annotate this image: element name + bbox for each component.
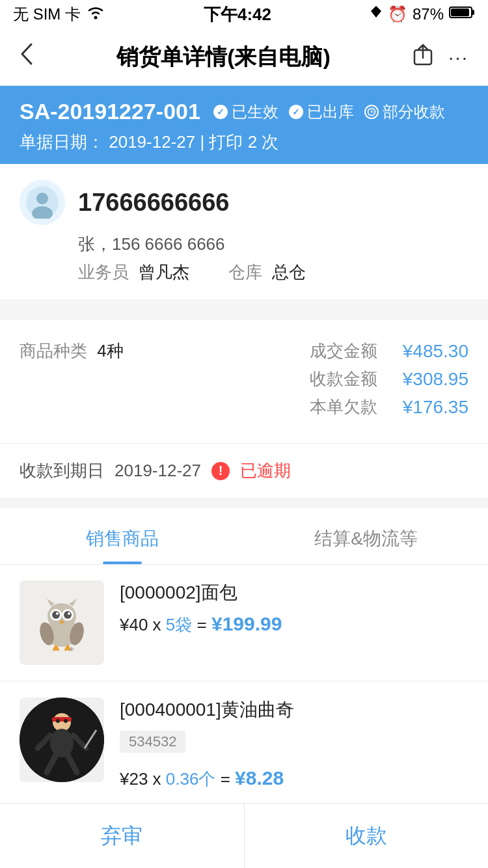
overdue-icon: !: [211, 462, 230, 480]
received-amount-row: 收款金额 ¥308.95: [310, 368, 468, 390]
customer-contact: 张，156 6666 6666: [78, 233, 468, 256]
summary-section: 商品种类 4种 成交金额 ¥485.30 收款金额 ¥308.95 本单欠款 ¥…: [0, 320, 488, 443]
product-image-2: [20, 698, 104, 782]
product-image-1: +: [20, 580, 104, 665]
battery-icon: [449, 5, 475, 23]
svg-point-0: [94, 16, 98, 20]
banner-top: SA-20191227-001 ✓ 已生效 ✓ 已出库 部分收款: [20, 99, 468, 124]
status-badges: ✓ 已生效 ✓ 已出库 部分收款: [213, 102, 445, 122]
customer-row: 17666666666: [20, 180, 468, 225]
owed-amount-row: 本单欠款 ¥176.35: [310, 396, 468, 418]
due-date: 2019-12-27: [115, 461, 201, 481]
product-sku: 534532: [120, 731, 185, 753]
svg-marker-11: [47, 599, 55, 606]
location-icon: [370, 5, 383, 24]
status-right: ⏰ 87%: [370, 5, 475, 24]
status-badge-shipped: ✓ 已出库: [289, 102, 354, 122]
svg-marker-12: [69, 599, 77, 606]
battery-text: 87%: [413, 5, 444, 23]
collect-payment-button[interactable]: 收款: [245, 804, 489, 868]
product-thumbnail-2: [20, 698, 104, 782]
svg-point-17: [56, 612, 59, 615]
tab-bar: 销售商品 结算&物流等: [0, 508, 488, 565]
separator-2: [0, 498, 488, 508]
more-icon[interactable]: ···: [448, 46, 468, 68]
product-name-2: [000400001]黄油曲奇: [120, 698, 468, 722]
product-list: + [0000002]面包 ¥40 x 5袋 = ¥199.99: [0, 565, 488, 806]
due-section: 收款到期日 2019-12-27 ! 已逾期: [0, 443, 488, 498]
due-label: 收款到期日: [20, 459, 104, 482]
clock-icon: [364, 105, 379, 119]
customer-section: 17666666666 张，156 6666 6666 业务员 曾凡杰 仓库 总…: [0, 164, 488, 299]
product-price-1: ¥40 x 5袋 = ¥199.99: [120, 613, 468, 636]
overdue-text: 已逾期: [240, 459, 291, 482]
product-price-2: ¥23 x 0.36个 = ¥8.28: [120, 767, 468, 791]
product-sku-row: 534532: [120, 730, 468, 761]
svg-point-15: [52, 611, 60, 619]
status-left: 无 SIM 卡: [13, 4, 105, 25]
svg-rect-3: [451, 8, 469, 16]
svg-point-18: [68, 612, 70, 615]
status-bar: 无 SIM 卡 下午4:42 ⏰ 87%: [0, 0, 488, 29]
customer-meta: 业务员 曾凡杰 仓库 总仓: [78, 261, 468, 284]
sim-status: 无 SIM 卡: [13, 4, 81, 25]
page-title: 销货单详情(来自电脑): [116, 42, 331, 72]
svg-point-7: [36, 193, 48, 204]
order-id: SA-20191227-001: [20, 99, 200, 124]
nav-icons: ···: [413, 44, 468, 70]
svg-rect-2: [472, 10, 474, 15]
status-badge-active: ✓ 已生效: [213, 102, 278, 122]
back-button[interactable]: [20, 42, 34, 72]
product-info-2: [000400001]黄油曲奇 534532 ¥23 x 0.36个 = ¥8.…: [120, 698, 468, 791]
alarm-icon: ⏰: [388, 5, 407, 23]
tab-sales-products[interactable]: 销售商品: [0, 508, 244, 564]
tab-settlement[interactable]: 结算&物流等: [244, 508, 488, 564]
summary-right: 成交金额 ¥485.30 收款金额 ¥308.95 本单欠款 ¥176.35: [310, 340, 468, 424]
check-icon-2: ✓: [289, 105, 303, 119]
list-item: [000400001]黄油曲奇 534532 ¥23 x 0.36个 = ¥8.…: [0, 682, 488, 806]
warehouse-info: 仓库 总仓: [228, 261, 306, 284]
banner-date: 单据日期： 2019-12-27 | 打印 2 次: [20, 131, 468, 154]
status-badge-partial: 部分收款: [364, 102, 445, 122]
svg-point-16: [64, 611, 72, 619]
svg-text:+: +: [69, 644, 74, 652]
salesperson-info: 业务员 曾凡杰: [78, 261, 189, 284]
header-banner: SA-20191227-001 ✓ 已生效 ✓ 已出库 部分收款: [0, 86, 488, 164]
check-icon-1: ✓: [213, 105, 228, 119]
svg-point-39: [64, 719, 68, 723]
bottom-bar: 弃审 收款: [0, 803, 488, 868]
svg-point-32: [50, 729, 74, 757]
svg-rect-31: [52, 717, 72, 722]
avatar: [20, 180, 65, 225]
svg-point-38: [56, 719, 60, 723]
share-icon[interactable]: [413, 44, 433, 70]
content-area: 17666666666 张，156 6666 6666 业务员 曾凡杰 仓库 总…: [0, 164, 488, 868]
separator-1: [0, 310, 488, 320]
abandon-review-button[interactable]: 弃审: [0, 804, 245, 868]
wifi-icon: [86, 5, 105, 23]
summary-left: 商品种类 4种: [20, 340, 124, 424]
product-name-1: [0000002]面包: [120, 580, 468, 605]
list-item: + [0000002]面包 ¥40 x 5袋 = ¥199.99: [0, 565, 488, 681]
deal-amount-row: 成交金额 ¥485.30: [310, 340, 468, 362]
product-thumbnail-1: +: [20, 580, 104, 665]
status-time: 下午4:42: [204, 3, 271, 26]
product-info-1: [0000002]面包 ¥40 x 5袋 = ¥199.99: [120, 580, 468, 636]
nav-bar: 销货单详情(来自电脑) ···: [0, 29, 488, 86]
customer-id: 17666666666: [78, 189, 229, 217]
svg-point-30: [53, 713, 71, 731]
